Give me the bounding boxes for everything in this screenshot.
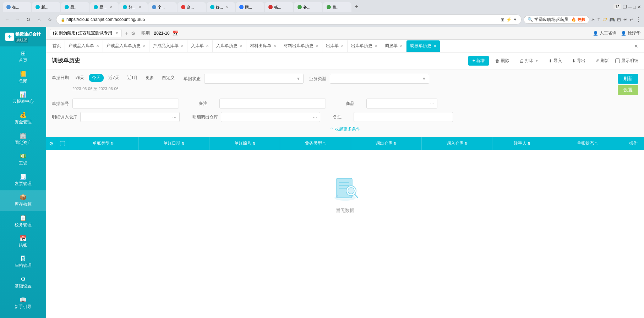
new-button[interactable]: + 新增 bbox=[468, 56, 489, 66]
forward-button[interactable]: → bbox=[13, 15, 22, 24]
detail-out-select[interactable]: ··· bbox=[221, 112, 320, 122]
window-close-icon[interactable]: ✕ bbox=[637, 4, 641, 10]
date-btn-last7[interactable]: 近7天 bbox=[105, 74, 122, 82]
sidebar-item-member[interactable]: ✔ 畅会员 bbox=[0, 313, 46, 318]
tab-close-icon[interactable]: ✕ bbox=[375, 44, 377, 48]
tab-close-icon[interactable]: ✕ bbox=[240, 44, 242, 48]
date-btn-today[interactable]: 今天 bbox=[89, 74, 104, 82]
theme-icon[interactable]: ☀ bbox=[623, 17, 627, 22]
tab-transfer[interactable]: 调拨单 ✕ bbox=[381, 40, 406, 52]
sidebar-item-ledger[interactable]: 📒 总账 bbox=[0, 67, 46, 88]
biz-type-select[interactable]: ▼ bbox=[330, 74, 429, 84]
browser-tab-10[interactable]: 畅... bbox=[265, 2, 293, 12]
date-btn-last-month[interactable]: 近1月 bbox=[124, 74, 141, 82]
lightning-icon[interactable]: ⚡ bbox=[506, 17, 512, 22]
tab-close-icon[interactable]: ✕ bbox=[433, 44, 436, 48]
tab-warehouse-in[interactable]: 入库单 ✕ bbox=[187, 40, 213, 52]
sidebar-item-home[interactable]: ⊞ 首页 bbox=[0, 46, 46, 67]
browser-tab-7[interactable]: 企... bbox=[178, 2, 206, 12]
browser-tab-2[interactable]: 新... bbox=[32, 2, 60, 12]
browser-tab-6[interactable]: 个... bbox=[148, 2, 177, 12]
back-button[interactable]: ← bbox=[3, 15, 11, 24]
tab-material-out[interactable]: 材料出库单 ✕ bbox=[246, 40, 280, 52]
sidebar-item-archive[interactable]: 🗄 归档管理 bbox=[0, 252, 46, 272]
th-gear[interactable]: ⚙ bbox=[46, 137, 57, 150]
tab-home[interactable]: 首页 bbox=[49, 40, 65, 52]
sidebar-item-guide[interactable]: 📖 新手引导 bbox=[0, 293, 46, 313]
tab-close-icon[interactable]: ✕ bbox=[181, 44, 184, 48]
display-checkbox[interactable] bbox=[615, 58, 620, 63]
display-toggle[interactable]: 显示明细 bbox=[615, 58, 638, 64]
scissors-icon[interactable]: ✂ bbox=[591, 17, 595, 22]
close-icon[interactable]: ✕ bbox=[109, 5, 112, 9]
calendar-icon[interactable]: 📅 bbox=[173, 30, 179, 36]
browser-tab-5[interactable]: 好... ✕ bbox=[119, 2, 148, 12]
browser-tab-1[interactable]: 在... bbox=[3, 2, 31, 12]
home-button[interactable]: ⌂ bbox=[35, 15, 43, 24]
window-maximize-icon[interactable]: □ bbox=[633, 4, 636, 10]
delete-button[interactable]: 🗑 删除 bbox=[492, 56, 513, 65]
status-select[interactable]: ▼ bbox=[204, 74, 304, 84]
settings-icon[interactable]: ⚙ bbox=[131, 30, 136, 36]
collapse-button[interactable]: ⌃ 收起更多条件 bbox=[330, 126, 360, 132]
th-number[interactable]: 单账编号 ⇅ bbox=[209, 137, 280, 150]
extensions-icon[interactable]: ⊞ bbox=[501, 17, 504, 22]
browser-tab-9[interactable]: 腾... bbox=[236, 2, 264, 12]
goods-ellipsis-icon[interactable]: ··· bbox=[430, 101, 434, 106]
remark2-input[interactable] bbox=[354, 112, 453, 122]
sidebar-item-fund[interactable]: 💰 资金管理 bbox=[0, 108, 46, 129]
close-all-tabs-button[interactable]: ✕ bbox=[631, 43, 641, 49]
window-minimize-icon[interactable]: ─ bbox=[628, 4, 632, 10]
tab-close-icon[interactable]: ✕ bbox=[316, 44, 318, 48]
th-type[interactable]: 单账类型 ⇅ bbox=[68, 137, 138, 150]
add-company-button[interactable]: + bbox=[125, 30, 128, 37]
date-btn-custom[interactable]: 自定义 bbox=[159, 74, 178, 82]
tab-product-in[interactable]: 产成品入库单 ✕ bbox=[65, 40, 103, 52]
tab-close-icon[interactable]: ✕ bbox=[273, 44, 276, 48]
detail-in-select[interactable]: ··· bbox=[80, 112, 180, 122]
browser-tab-3[interactable]: 易... bbox=[61, 2, 89, 12]
menu-icon[interactable]: ⋮ bbox=[635, 16, 641, 23]
browser-tab-12[interactable]: 目... bbox=[323, 2, 351, 12]
gear-icon[interactable]: ⚙ bbox=[49, 141, 54, 146]
tab-transfer-history[interactable]: 调拨单历史 ✕ bbox=[406, 40, 440, 52]
print-button[interactable]: 🖨 打印 ▼ bbox=[516, 56, 542, 65]
browser-tab-8[interactable]: 好... ✕ bbox=[207, 2, 235, 12]
user-profile-button[interactable]: 👤 徐泽华 bbox=[621, 30, 640, 36]
tab-product-in2[interactable]: 产成品入库单 ✕ bbox=[149, 40, 187, 52]
sidebar-item-wage[interactable]: 💵 工资 bbox=[0, 149, 46, 170]
detail-out-ellipsis-icon[interactable]: ··· bbox=[313, 114, 317, 120]
tab-close-icon[interactable]: ✕ bbox=[206, 44, 209, 48]
address-bar[interactable]: 🔒 https://cloud.chanjet.com/accounting/u… bbox=[56, 15, 522, 24]
sidebar-item-tax[interactable]: 📋 税务管理 bbox=[0, 211, 46, 231]
settings-button[interactable]: 设置 bbox=[618, 85, 638, 95]
game-icon[interactable]: 🎮 bbox=[609, 17, 615, 22]
sidebar-item-settings[interactable]: ⚙ 基础设置 bbox=[0, 272, 46, 293]
import-button[interactable]: ⬆ 导入 bbox=[545, 56, 566, 65]
th-date[interactable]: 单账日期 ⇅ bbox=[138, 137, 209, 150]
doc-number-input[interactable] bbox=[72, 99, 179, 108]
customer-service-button[interactable]: 👤 人工咨询 bbox=[593, 30, 617, 36]
grid-icon[interactable]: ⊞ bbox=[617, 17, 621, 22]
tab-out[interactable]: 出库单 ✕ bbox=[322, 40, 348, 52]
sidebar-item-fixed-assets[interactable]: 🏢 固定资产 bbox=[0, 129, 46, 149]
dropdown-icon[interactable]: ▼ bbox=[513, 17, 517, 22]
shield-icon[interactable]: 🛡 bbox=[602, 17, 607, 22]
window-restore-icon[interactable]: ❐ bbox=[623, 4, 627, 10]
th-out-warehouse[interactable]: 调出仓库 ⇅ bbox=[351, 137, 421, 150]
tab-close-icon[interactable]: ✕ bbox=[143, 44, 146, 48]
tab-close-icon[interactable]: ✕ bbox=[400, 44, 403, 48]
tab-out-history[interactable]: 出库单历史 ✕ bbox=[348, 40, 381, 52]
date-btn-more[interactable]: 更多 bbox=[142, 74, 157, 82]
detail-in-ellipsis-icon[interactable]: ··· bbox=[172, 114, 176, 120]
browser-tab-11[interactable]: 各... bbox=[294, 2, 322, 12]
sidebar-item-inventory[interactable]: 📦 库存核算 bbox=[0, 190, 46, 211]
history-icon[interactable]: ↩ bbox=[629, 17, 633, 22]
translate-icon[interactable]: T bbox=[597, 17, 600, 22]
th-in-warehouse[interactable]: 调入仓库 ⇅ bbox=[421, 137, 492, 150]
refresh-button[interactable]: ↺ 刷新 bbox=[592, 56, 612, 65]
th-checkbox[interactable] bbox=[57, 137, 68, 150]
query-button[interactable]: 刷新 bbox=[618, 74, 638, 84]
export-button[interactable]: ⬇ 导出 bbox=[568, 56, 589, 65]
select-all-checkbox[interactable] bbox=[60, 141, 65, 146]
